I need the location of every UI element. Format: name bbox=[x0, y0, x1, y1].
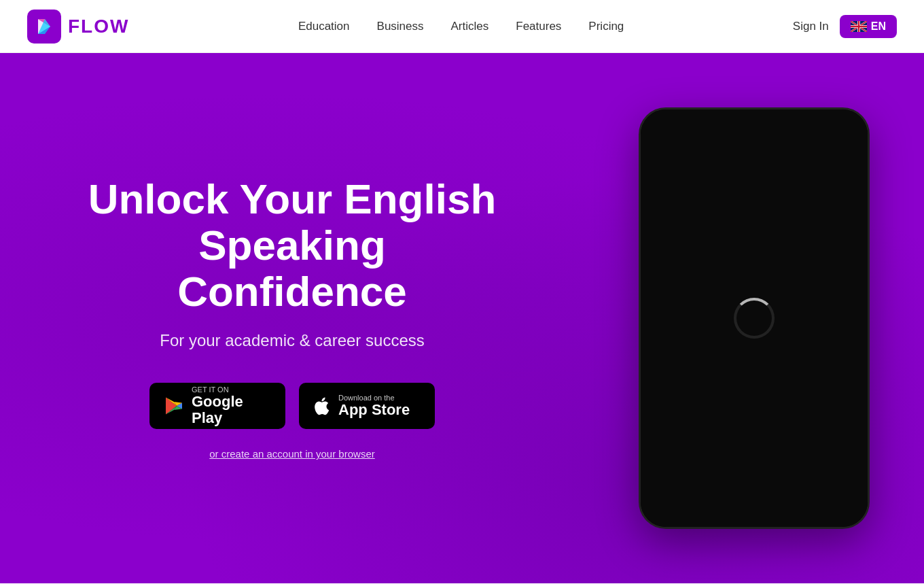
flag-icon bbox=[851, 21, 867, 32]
hero-content: Unlock Your English Speaking Confidence … bbox=[82, 176, 503, 461]
logo-area: FLOW bbox=[27, 10, 129, 44]
nav-articles[interactable]: Articles bbox=[451, 20, 489, 33]
sign-in-link[interactable]: Sign In bbox=[793, 20, 829, 33]
browser-link[interactable]: or create an account in your browser bbox=[209, 448, 374, 460]
language-button[interactable]: EN bbox=[840, 15, 897, 38]
nav-features[interactable]: Features bbox=[516, 20, 561, 33]
app-store-text: Download on the App Store bbox=[338, 394, 410, 418]
phone-mockup bbox=[639, 107, 870, 529]
nav-pricing[interactable]: Pricing bbox=[588, 20, 624, 33]
store-buttons: GET IT ON Google Play Download on the Ap… bbox=[82, 383, 503, 429]
hero-subtitle: For your academic & career success bbox=[82, 331, 503, 350]
google-play-button[interactable]: GET IT ON Google Play bbox=[149, 383, 285, 429]
navbar-right: Sign In EN bbox=[793, 15, 897, 38]
nav-education[interactable]: Education bbox=[298, 20, 350, 33]
nav-links: Education Business Articles Features Pri… bbox=[298, 20, 624, 33]
phone-screen bbox=[641, 109, 868, 527]
hero-title: Unlock Your English Speaking Confidence bbox=[82, 176, 503, 315]
nav-business[interactable]: Business bbox=[377, 20, 424, 33]
apple-icon bbox=[313, 396, 332, 415]
browser-link-container: or create an account in your browser bbox=[82, 448, 503, 460]
navbar: FLOW Education Business Articles Feature… bbox=[0, 0, 924, 53]
phone-mockup-container bbox=[639, 107, 870, 529]
loading-spinner bbox=[734, 298, 775, 339]
google-play-text: GET IT ON Google Play bbox=[192, 385, 272, 426]
app-store-button[interactable]: Download on the App Store bbox=[299, 383, 435, 429]
logo-icon[interactable] bbox=[27, 10, 61, 44]
google-play-big: Google Play bbox=[192, 394, 272, 426]
logo-text: FLOW bbox=[68, 16, 129, 37]
lang-label: EN bbox=[871, 20, 886, 33]
app-store-big: App Store bbox=[338, 402, 410, 418]
hero-section: Unlock Your English Speaking Confidence … bbox=[0, 53, 924, 583]
google-play-icon bbox=[163, 395, 185, 417]
